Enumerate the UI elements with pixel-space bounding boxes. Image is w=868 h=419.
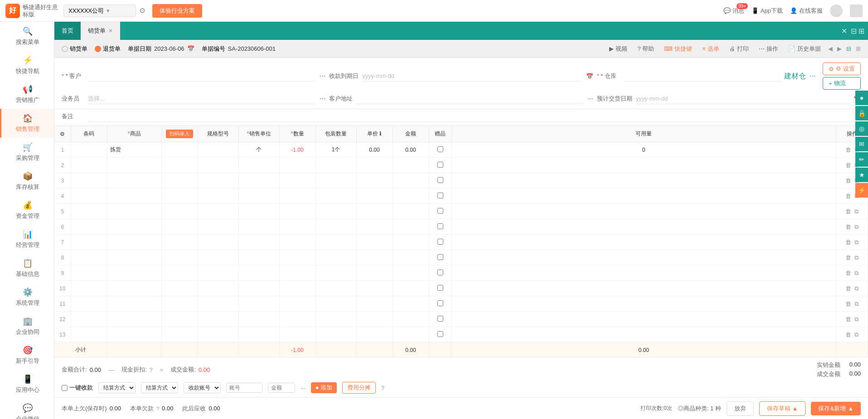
row-amount-0[interactable]: 0.00 xyxy=(393,142,429,158)
delete-icon[interactable]: 🗑 xyxy=(845,177,851,184)
row-unit-price-4[interactable] xyxy=(356,204,393,219)
row-amount-5[interactable] xyxy=(393,219,429,235)
row-unit-price-0[interactable]: 0.00 xyxy=(356,142,393,158)
row-quantity-8[interactable] xyxy=(279,265,315,281)
company-selector[interactable]: XXXXXX公司 ▾ xyxy=(63,5,136,17)
video-btn[interactable]: ▶ 视频 xyxy=(606,44,630,54)
settings-button[interactable]: ⚙ ⚙ 设置 xyxy=(823,63,861,75)
row-unit-price-10[interactable] xyxy=(356,296,393,312)
row-gift-4[interactable] xyxy=(429,204,451,219)
warehouse-input[interactable] xyxy=(623,71,781,82)
row-gift-6[interactable] xyxy=(429,235,451,250)
row-unit-4[interactable] xyxy=(238,204,279,219)
sidebar-item-finance[interactable]: 💰 资金管理 xyxy=(0,196,54,225)
row-unit-price-3[interactable] xyxy=(356,188,393,204)
row-quantity-10[interactable] xyxy=(279,296,315,312)
row-quantity-5[interactable] xyxy=(279,219,315,235)
float-btn-3[interactable]: ◎ xyxy=(855,121,868,136)
delete-icon[interactable]: 🗑 xyxy=(845,254,851,261)
row-unit-3[interactable] xyxy=(238,188,279,204)
calendar-icon[interactable]: 📅 xyxy=(187,45,194,52)
row-unit-price-1[interactable] xyxy=(356,158,393,173)
row-barcode-10[interactable] xyxy=(71,296,107,312)
row-quantity-2[interactable] xyxy=(279,173,315,188)
layout-icon-1[interactable]: ⊟ xyxy=(851,27,857,35)
row-amount-8[interactable] xyxy=(393,265,429,281)
close-panel-icon[interactable]: ✕ xyxy=(841,27,847,35)
row-pkg-qty-12[interactable] xyxy=(315,327,356,342)
sidebar-item-enterprise[interactable]: 🏢 企业协同 xyxy=(0,312,54,341)
row-spec-7[interactable] xyxy=(198,250,238,265)
row-quantity-9[interactable] xyxy=(279,281,315,296)
tab-home[interactable]: 首页 xyxy=(54,22,81,40)
select-order-btn[interactable]: ≡ 选单 xyxy=(699,44,722,54)
one-click-checkbox-input[interactable] xyxy=(62,385,68,391)
delete-icon[interactable]: 🗑 xyxy=(845,300,851,307)
row-unit-11[interactable] xyxy=(238,312,279,327)
nav-prev-icon[interactable]: ◀ xyxy=(828,45,833,52)
row-pkg-qty-5[interactable] xyxy=(315,219,356,235)
receivable-cal-icon[interactable]: 📅 xyxy=(586,73,593,80)
row-barcode-0[interactable] xyxy=(71,142,107,158)
address-dots-btn[interactable]: ··· xyxy=(587,95,593,103)
row-quantity-3[interactable] xyxy=(279,188,315,204)
row-quantity-7[interactable] xyxy=(279,250,315,265)
copy-icon[interactable]: ⧉ xyxy=(854,300,858,307)
row-unit-price-5[interactable] xyxy=(356,219,393,235)
row-barcode-6[interactable] xyxy=(71,235,107,250)
remarks-input[interactable] xyxy=(88,111,861,122)
col-settings[interactable]: ⚙ xyxy=(54,126,71,142)
row-barcode-4[interactable] xyxy=(71,204,107,219)
grid-view-icon[interactable]: ⊟ xyxy=(846,45,851,52)
row-unit-10[interactable] xyxy=(238,296,279,312)
row-pkg-qty-4[interactable] xyxy=(315,204,356,219)
row-unit-12[interactable] xyxy=(238,327,279,342)
copy-icon[interactable]: ⧉ xyxy=(854,331,858,338)
delete-icon[interactable]: 🗑 xyxy=(845,331,851,338)
help-btn[interactable]: ? 帮助 xyxy=(635,44,657,54)
gear-button[interactable]: ⚙ xyxy=(136,5,149,17)
receivable-date-input[interactable] xyxy=(362,71,582,82)
history-btn[interactable]: 📄 历史单据 xyxy=(786,44,824,54)
warehouse-more-btn[interactable]: ··· xyxy=(810,72,815,80)
amount-dots-btn[interactable]: ··· xyxy=(301,385,305,391)
fee-question-icon[interactable]: ? xyxy=(381,385,384,391)
copy-icon[interactable]: ⧉ xyxy=(854,223,858,230)
row-barcode-1[interactable] xyxy=(71,158,107,173)
delete-icon[interactable]: 🗑 xyxy=(845,270,851,276)
copy-icon[interactable]: ⧉ xyxy=(854,270,858,276)
row-gift-1[interactable] xyxy=(429,158,451,173)
save-draft-button[interactable]: 保存草稿 ▲ xyxy=(759,401,806,416)
delete-icon[interactable]: 🗑 xyxy=(845,285,851,292)
row-gift-12[interactable] xyxy=(429,327,451,342)
account-select[interactable]: 收款账号 xyxy=(184,382,221,393)
tab-close-icon[interactable]: ✕ xyxy=(108,28,113,34)
nav-next-icon[interactable]: ▶ xyxy=(837,45,842,52)
row-unit-price-7[interactable] xyxy=(356,250,393,265)
float-btn-1[interactable]: ● xyxy=(855,91,868,105)
float-btn-4[interactable]: ✉ xyxy=(855,137,868,151)
row-quantity-12[interactable] xyxy=(279,327,315,342)
float-btn-7[interactable]: ⚡ xyxy=(855,183,868,197)
row-gift-10[interactable] xyxy=(429,296,451,312)
delete-icon[interactable]: 🗑 xyxy=(845,162,851,169)
question-icon[interactable]: ? xyxy=(150,366,153,373)
shortcut-btn[interactable]: ⌨ 快捷键 xyxy=(661,44,695,54)
row-spec-5[interactable] xyxy=(198,219,238,235)
sidebar-item-operation[interactable]: 📊 经营管理 xyxy=(0,225,54,254)
row-unit-0[interactable]: 个 xyxy=(238,142,279,158)
row-pkg-qty-11[interactable] xyxy=(315,312,356,327)
row-spec-10[interactable] xyxy=(198,296,238,312)
sidebar-item-beginner[interactable]: 🎯 新手引导 xyxy=(0,341,54,370)
table-view-icon[interactable]: ⊞ xyxy=(856,45,861,52)
copy-icon[interactable]: ⧉ xyxy=(854,239,858,246)
copy-icon[interactable]: ⧉ xyxy=(854,285,858,292)
row-quantity-11[interactable] xyxy=(279,312,315,327)
row-barcode-12[interactable] xyxy=(71,327,107,342)
print-btn[interactable]: 🖨 打印 xyxy=(727,44,752,54)
sidebar-item-inventory[interactable]: 📦 库存核算 xyxy=(0,167,54,196)
row-quantity-6[interactable] xyxy=(279,235,315,250)
online-service-button[interactable]: 👤 在线客服 xyxy=(790,7,823,15)
sales-order-radio[interactable]: 销货单 xyxy=(62,45,87,53)
row-gift-5[interactable] xyxy=(429,219,451,235)
